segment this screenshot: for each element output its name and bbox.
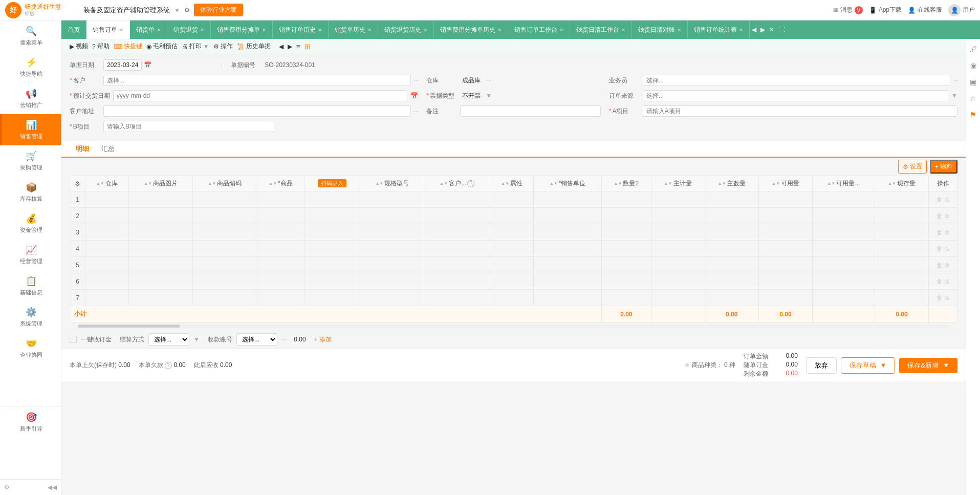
row-copy-3[interactable]: ⧉ bbox=[945, 229, 949, 236]
sidebar-item-guide[interactable]: 🎯 新手引导 bbox=[0, 406, 61, 438]
tab-close-sales-invoice[interactable]: ✕ bbox=[157, 27, 161, 33]
col-settings[interactable]: ⚙ bbox=[70, 176, 85, 191]
scroll-track[interactable] bbox=[78, 325, 949, 328]
sidebar-item-system[interactable]: ⚙️ 系统管理 bbox=[0, 302, 61, 333]
col-scan[interactable]: 扫码录入 bbox=[304, 176, 360, 191]
form-date-input[interactable]: 2023-03-24 📅 bbox=[103, 59, 151, 71]
tab-sales-stats[interactable]: 销售订单统计表 ✕ bbox=[688, 20, 750, 39]
row-delete-6[interactable]: 🗑 bbox=[937, 278, 943, 285]
right-icon-1[interactable]: 🖋 bbox=[967, 43, 979, 55]
sidebar-item-finance[interactable]: 💰 资金管理 bbox=[0, 208, 61, 239]
tab-sales-order[interactable]: 销售订单 ✕ bbox=[86, 20, 130, 39]
warehouse-more-icon[interactable]: ··· bbox=[486, 78, 490, 83]
discard-button[interactable]: 放弃 bbox=[806, 357, 837, 374]
right-icon-2[interactable]: ◉ bbox=[967, 59, 979, 72]
print-dropdown-icon[interactable]: ▼ bbox=[203, 43, 209, 50]
sidebar-item-marketing[interactable]: 📢 营销推广 bbox=[0, 83, 61, 114]
industry-btn[interactable]: 体验行业方案 bbox=[194, 4, 243, 16]
staff-input[interactable] bbox=[643, 75, 950, 86]
app-download-btn[interactable]: 📱 App下载 bbox=[869, 6, 902, 14]
header-print-btn[interactable]: 🖨 打印 ▼ bbox=[182, 42, 209, 51]
add-material-button[interactable]: + 物料 bbox=[930, 160, 957, 174]
tab-fullscreen-btn[interactable]: ⛶ bbox=[776, 26, 787, 33]
save-new-button[interactable]: 保存&新增 ▼ bbox=[899, 358, 957, 373]
save-draft-dropdown-icon[interactable]: ▼ bbox=[880, 361, 887, 369]
tab-close-all-btn[interactable]: ✕ bbox=[767, 26, 776, 33]
tab-return-history[interactable]: 销货退货历史 ✕ bbox=[378, 20, 434, 39]
row-copy-7[interactable]: ⧉ bbox=[945, 294, 949, 302]
scan-btn[interactable]: 扫码录入 bbox=[318, 179, 346, 187]
chevron-down-icon[interactable]: ▼ bbox=[174, 7, 180, 14]
header-next-btn[interactable]: ▶ bbox=[288, 43, 292, 50]
customer-more-icon[interactable]: ··· bbox=[414, 78, 418, 83]
calendar-icon[interactable]: 📅 bbox=[144, 61, 151, 69]
tab-sales-order-history[interactable]: 销售订单历史 ✕ bbox=[273, 20, 329, 39]
sidebar-item-purchase[interactable]: 🛒 采购管理 bbox=[0, 145, 61, 177]
sidebar-collapse-icon[interactable]: ◀◀ bbox=[48, 484, 57, 491]
add-payment-btn[interactable]: + 添加 bbox=[314, 335, 332, 344]
staff-more-icon[interactable]: ··· bbox=[953, 78, 957, 83]
note-input[interactable] bbox=[460, 105, 601, 117]
message-btn[interactable]: ✉ 消息 9 bbox=[833, 6, 863, 14]
row-delete-5[interactable]: 🗑 bbox=[937, 262, 943, 269]
auto-payment-checkbox[interactable] bbox=[70, 336, 77, 343]
header-prev-btn[interactable]: ◀ bbox=[279, 43, 284, 50]
sidebar-item-collab[interactable]: 🤝 企业协同 bbox=[0, 333, 61, 364]
user-menu-btn[interactable]: 👤 用户 bbox=[948, 4, 975, 16]
sidebar-item-search[interactable]: 🔍 搜索菜单 bbox=[0, 20, 61, 52]
tab-close-order-workbench[interactable]: ✕ bbox=[559, 27, 563, 33]
tab-close-sales-fee[interactable]: ✕ bbox=[262, 27, 266, 33]
header-shortcut-btn[interactable]: ⌨ 快捷键 bbox=[114, 42, 142, 51]
header-profit-btn[interactable]: ◉ 毛利预估 bbox=[146, 42, 178, 51]
tab-sales-invoice[interactable]: 销货单 ✕ bbox=[130, 20, 167, 39]
tab-close-cash-workbench[interactable]: ✕ bbox=[621, 27, 625, 33]
order-source-input[interactable] bbox=[643, 90, 948, 101]
tab-prev-btn[interactable]: ◀ bbox=[750, 26, 758, 33]
a-project-input[interactable] bbox=[643, 105, 957, 117]
tab-next-btn[interactable]: ▶ bbox=[758, 26, 767, 33]
sidebar-item-navigation[interactable]: ⚡ 快捷导航 bbox=[0, 52, 61, 83]
header-grid-view-btn[interactable]: ⊞ bbox=[304, 42, 311, 51]
product-count-icon[interactable]: ⊙ bbox=[685, 361, 690, 369]
account-more-icon[interactable]: ··· bbox=[281, 337, 286, 342]
tab-close-return-history[interactable]: ✕ bbox=[423, 27, 427, 33]
tab-sales-return[interactable]: 销货退货 ✕ bbox=[167, 20, 211, 39]
col-help-icon[interactable]: ? bbox=[467, 180, 474, 187]
tab-cash-workbench[interactable]: 钱货日清工作台 ✕ bbox=[570, 20, 632, 39]
save-draft-button[interactable]: 保存草稿 ▼ bbox=[841, 357, 896, 374]
address-input[interactable] bbox=[103, 105, 411, 117]
address-more-icon[interactable]: ··· bbox=[414, 109, 418, 114]
payment-dropdown-icon[interactable]: ▼ bbox=[193, 336, 200, 343]
tab-fee-history[interactable]: 销售费用分摊单历史 ✕ bbox=[434, 20, 508, 39]
order-source-dropdown-icon[interactable]: ▼ bbox=[951, 92, 957, 99]
tab-detail[interactable]: 明细 bbox=[70, 141, 95, 158]
row-delete-7[interactable]: 🗑 bbox=[937, 294, 943, 302]
delivery-calendar-icon[interactable]: 📅 bbox=[410, 92, 418, 99]
sidebar-item-operations[interactable]: 📈 经营管理 bbox=[0, 239, 61, 270]
tab-close-sales-return[interactable]: ✕ bbox=[200, 27, 204, 33]
tab-close-invoice-history[interactable]: ✕ bbox=[367, 27, 372, 33]
right-icon-4[interactable]: ☆ bbox=[967, 92, 979, 104]
tab-invoice-history[interactable]: 销货单历史 ✕ bbox=[329, 20, 378, 39]
tab-close-cash-reconcile[interactable]: ✕ bbox=[677, 27, 681, 33]
b-project-input[interactable] bbox=[103, 121, 274, 132]
sidebar-item-basic-info[interactable]: 📋 基础信息 bbox=[0, 270, 61, 302]
setting-button[interactable]: ⚙ 设置 bbox=[898, 160, 927, 174]
sidebar-item-inventory[interactable]: 📦 库存核算 bbox=[0, 177, 61, 208]
customer-input[interactable] bbox=[103, 75, 411, 86]
row-copy-6[interactable]: ⧉ bbox=[945, 278, 949, 285]
sidebar-settings-icon[interactable]: ⚙ bbox=[4, 484, 10, 491]
right-icon-3[interactable]: ▣ bbox=[967, 76, 979, 88]
table-settings-icon[interactable]: ⚙ bbox=[75, 180, 80, 187]
row-copy-1[interactable]: ⧉ bbox=[945, 196, 949, 203]
current-lower-help-icon[interactable]: ? bbox=[165, 362, 172, 369]
account-select[interactable]: 选择... bbox=[236, 333, 277, 346]
tab-close-sales-order[interactable]: ✕ bbox=[119, 27, 123, 33]
row-delete-4[interactable]: 🗑 bbox=[937, 245, 943, 252]
header-actions-btn[interactable]: ⚙ 操作 bbox=[213, 42, 233, 51]
tab-home[interactable]: 首页 bbox=[61, 20, 86, 39]
row-copy-5[interactable]: ⧉ bbox=[945, 262, 949, 269]
header-history-btn[interactable]: 📜 历史单据 bbox=[237, 42, 271, 51]
tab-summary[interactable]: 汇总 bbox=[95, 141, 121, 158]
sidebar-item-sales[interactable]: 📊 销售管理 bbox=[0, 114, 61, 145]
